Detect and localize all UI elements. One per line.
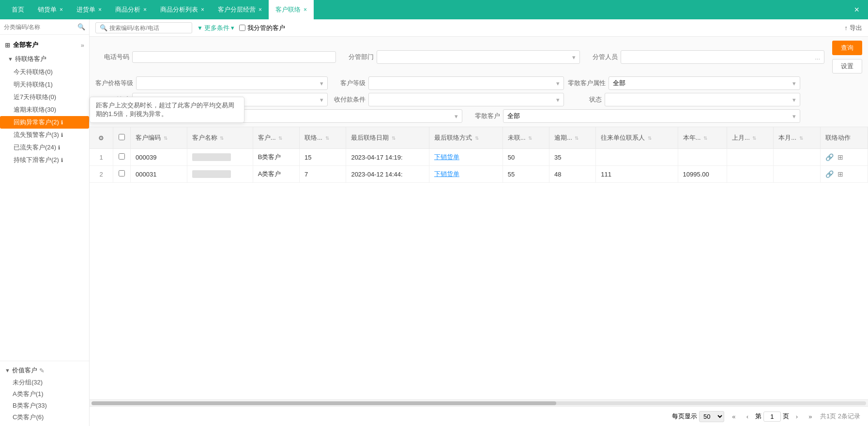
sort-contact-icon[interactable]: ⇅ xyxy=(325,135,329,141)
row2-action: 🔗 ⊞ xyxy=(820,166,868,183)
row2-check[interactable] xyxy=(113,166,131,183)
settings-button[interactable]: 设置 xyxy=(832,59,862,73)
manager-select[interactable]: ... xyxy=(621,50,824,64)
first-page-button[interactable]: « xyxy=(728,411,740,422)
more-dots-manager[interactable]: ... xyxy=(815,54,820,61)
query-button[interactable]: 查询 xyxy=(832,41,862,55)
check-all[interactable] xyxy=(119,134,125,140)
row2-last-method[interactable]: 下销货单 xyxy=(429,166,503,183)
sort-thismonth-icon[interactable]: ⇅ xyxy=(799,135,803,141)
sort-name-icon[interactable]: ⇅ xyxy=(220,135,224,141)
row1-num: 1 xyxy=(90,149,113,166)
sidebar-item-b-class[interactable]: B类客户(33) xyxy=(5,400,84,411)
nav-sales-order-close[interactable]: × xyxy=(60,6,63,13)
table-row: 2 000031 A类客户 7 2023-04-12 14:44: 下销货单 xyxy=(90,166,868,183)
sort-overdue-icon[interactable]: ⇅ xyxy=(575,135,579,141)
horizontal-scrollbar[interactable] xyxy=(90,399,868,406)
filter-search-input[interactable] xyxy=(109,25,187,31)
row1-last-method[interactable]: 下销货单 xyxy=(429,149,503,166)
nav-purchase-order[interactable]: 进货单 × xyxy=(70,0,108,19)
sidebar-item-ungroup[interactable]: 未分组(32) xyxy=(5,377,84,388)
collapse-icon[interactable]: » xyxy=(81,42,84,49)
export-button[interactable]: ↑ 导出 xyxy=(845,24,863,32)
edit-icon[interactable]: ✎ xyxy=(39,367,45,374)
row1-this-month xyxy=(774,149,820,166)
sort-level-icon[interactable]: ⇅ xyxy=(278,135,282,141)
nav-product-analysis-close[interactable]: × xyxy=(143,6,147,13)
sidebar-search-input[interactable] xyxy=(4,24,77,30)
sidebar-item-7days[interactable]: 近7天待联络(0) xyxy=(0,91,89,103)
sort-lastmonth-icon[interactable]: ⇅ xyxy=(752,135,756,141)
next-page-button[interactable]: › xyxy=(791,411,803,422)
row2-link-icon[interactable]: 🔗 xyxy=(825,170,834,178)
sort-code-icon[interactable]: ⇅ xyxy=(164,135,168,141)
status-select[interactable]: ▾ xyxy=(605,93,800,106)
scrollbar-track[interactable] xyxy=(91,401,866,405)
row2-checkbox[interactable] xyxy=(119,170,125,176)
phone-input[interactable] xyxy=(132,51,336,63)
row1-grid-icon[interactable]: ⊞ xyxy=(838,153,843,161)
price-level-select[interactable]: ▾ xyxy=(136,76,328,90)
sidebar-item-today[interactable]: 今天待联络(0) xyxy=(0,66,89,78)
more-conditions-btn[interactable]: ▼ 更多条件 ▾ xyxy=(197,24,234,32)
sidebar-item-overdue[interactable]: 逾期未联络(30) xyxy=(0,103,89,116)
arrow-down-icon-2: ▼ xyxy=(5,367,10,373)
sort-lastmethod-icon[interactable]: ⇅ xyxy=(475,135,479,141)
nav-home[interactable]: 首页 xyxy=(5,0,31,19)
row2-grid-icon[interactable]: ⊞ xyxy=(838,170,843,178)
my-customers-check[interactable] xyxy=(239,25,245,31)
funnel-icon: ▼ xyxy=(197,25,203,31)
filter-retail-customer: 零散客户 全部 ▾ xyxy=(466,109,800,123)
sidebar-search-icon[interactable]: 🔍 xyxy=(77,23,85,30)
page-number-input[interactable] xyxy=(763,411,781,422)
dept-select[interactable]: ▾ xyxy=(377,50,580,64)
sort-uncontacted-icon[interactable]: ⇅ xyxy=(528,135,532,141)
row1-check[interactable] xyxy=(113,149,131,166)
retail-customer-select[interactable]: 全部 ▾ xyxy=(503,109,800,123)
sidebar-all-customers[interactable]: ⊞ 全部客户 » xyxy=(0,38,89,52)
per-page-select[interactable]: 50 20 100 xyxy=(699,411,724,422)
col-check-all[interactable] xyxy=(113,127,131,149)
col-header-this-year: 本年... ⇅ xyxy=(678,127,727,149)
nav-product-list-close[interactable]: × xyxy=(201,6,204,13)
customer-level-select[interactable]: ▾ xyxy=(368,76,564,90)
sidebar-item-declining[interactable]: 持续下滑客户(2) ℹ xyxy=(0,154,89,166)
payment-select[interactable]: ▾ xyxy=(368,93,564,106)
table-settings-gear[interactable]: ⚙ xyxy=(94,131,108,145)
sort-lastdate-icon[interactable]: ⇅ xyxy=(392,135,396,141)
last-page-button[interactable]: » xyxy=(805,411,816,422)
nav-customer-contact[interactable]: 客户联络 × xyxy=(269,0,314,19)
nav-customer-contact-close[interactable]: × xyxy=(304,6,307,13)
my-customers-checkbox[interactable]: 我分管的客户 xyxy=(239,24,285,32)
arrow-down-icon: ▼ xyxy=(8,56,13,62)
nav-product-list[interactable]: 商品分析列表 × xyxy=(153,0,211,19)
sort-person-icon[interactable]: ⇅ xyxy=(648,135,652,141)
row1-uncontacted: 50 xyxy=(503,149,549,166)
query-settings-group: 查询 设置 xyxy=(832,41,862,73)
filter-search-box: 🔍 xyxy=(95,22,192,33)
total-records: 共1页 2条记录 xyxy=(820,412,860,421)
nav-sales-order[interactable]: 销货单 × xyxy=(31,0,70,19)
sidebar-item-churn-warning[interactable]: 流失预警客户(3) ℹ xyxy=(0,129,89,141)
col-settings[interactable]: ⚙ xyxy=(90,127,113,149)
scrollbar-thumb[interactable] xyxy=(91,401,556,405)
row1-link-icon[interactable]: 🔗 xyxy=(825,153,834,161)
sidebar-item-tomorrow[interactable]: 明天待联络(1) xyxy=(0,78,89,91)
nav-customer-tier-close[interactable]: × xyxy=(259,6,262,13)
sort-thisyear-icon[interactable]: ⇅ xyxy=(703,135,707,141)
sidebar-item-abnormal-repurchase[interactable]: 回购异常客户(2) ℹ xyxy=(0,116,89,129)
sidebar-value-customers-group[interactable]: ▼ 价值客户 ✎ xyxy=(5,364,84,377)
sidebar-group-pending[interactable]: ▼ 待联络客户 xyxy=(0,52,89,66)
nav-customer-tier[interactable]: 客户分层经营 × xyxy=(211,0,269,19)
filter-retail-attr: 零散客户属性 全部 ▾ xyxy=(568,76,800,90)
sidebar-item-a-class[interactable]: A类客户(1) xyxy=(5,388,84,400)
sidebar-item-churned[interactable]: 已流失客户(24) ℹ xyxy=(0,141,89,154)
nav-product-analysis[interactable]: 商品分析 × xyxy=(108,0,153,19)
retail-attr-select[interactable]: 全部 ▾ xyxy=(609,76,800,90)
sidebar-item-c-class[interactable]: C类客户(6) xyxy=(5,411,84,423)
nav-purchase-close[interactable]: × xyxy=(98,6,102,13)
window-close-icon[interactable]: × xyxy=(850,5,863,15)
row1-checkbox[interactable] xyxy=(119,153,125,160)
prev-page-button[interactable]: ‹ xyxy=(742,411,753,422)
info-icon-churned: ℹ xyxy=(58,145,60,151)
